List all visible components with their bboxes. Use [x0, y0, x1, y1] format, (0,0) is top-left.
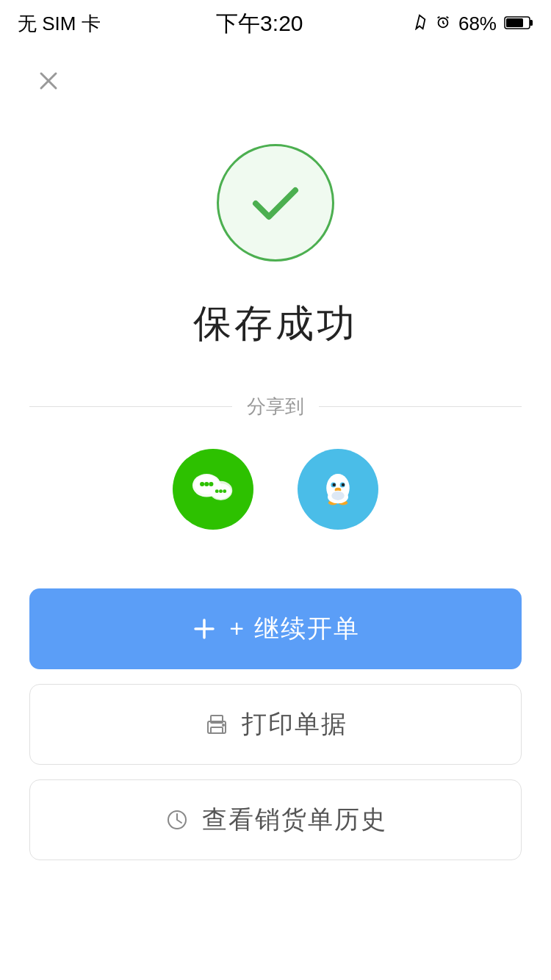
- status-left: 无 SIM 卡: [18, 11, 108, 37]
- svg-point-14: [223, 489, 226, 493]
- location-icon: [411, 12, 428, 35]
- share-icons: [173, 449, 378, 530]
- close-button[interactable]: [29, 62, 68, 100]
- svg-point-10: [209, 482, 213, 486]
- checkmark-icon: [242, 170, 309, 236]
- divider-line-left: [29, 406, 232, 407]
- continue-order-button[interactable]: + 继续开单: [29, 588, 522, 669]
- printer-icon: [204, 711, 230, 738]
- alarm-icon: [435, 12, 451, 35]
- svg-rect-4: [506, 18, 523, 27]
- plus-icon: [191, 616, 217, 642]
- history-button[interactable]: 查看销货单历史: [29, 779, 522, 860]
- wechat-share-button[interactable]: [173, 449, 253, 530]
- action-buttons: + 继续开单 打印单据 查看销货单历史: [29, 588, 522, 860]
- svg-point-9: [204, 482, 209, 486]
- close-btn-area: [0, 47, 551, 100]
- svg-rect-27: [211, 727, 223, 733]
- print-button[interactable]: 打印单据: [29, 684, 522, 765]
- svg-rect-3: [530, 20, 533, 26]
- svg-point-8: [200, 482, 204, 486]
- main-content: 保存成功 分享到: [0, 100, 551, 980]
- svg-point-12: [215, 489, 219, 493]
- svg-point-19: [342, 483, 345, 486]
- svg-point-28: [222, 724, 225, 727]
- qq-share-button[interactable]: [298, 449, 378, 530]
- svg-point-18: [333, 483, 336, 486]
- wechat-icon: [187, 464, 239, 515]
- svg-point-13: [219, 489, 223, 493]
- print-label: 打印单据: [242, 707, 347, 741]
- divider-line-right: [319, 406, 522, 407]
- svg-point-24: [331, 491, 345, 500]
- qq-icon: [312, 464, 364, 515]
- status-bar: 无 SIM 卡 下午3:20 68%: [0, 0, 551, 47]
- success-title: 保存成功: [193, 298, 358, 350]
- carrier-text: 无 SIM 卡: [18, 11, 101, 37]
- history-label: 查看销货单历史: [202, 803, 387, 837]
- share-divider: 分享到: [29, 394, 522, 419]
- share-label: 分享到: [247, 394, 304, 419]
- success-icon-circle: [217, 144, 334, 262]
- status-time: 下午3:20: [216, 9, 303, 39]
- status-right: 68%: [411, 12, 533, 35]
- battery-percentage: 68%: [458, 12, 497, 35]
- clock-icon: [164, 807, 190, 833]
- battery-icon: [504, 12, 533, 35]
- continue-order-label: + 继续开单: [229, 612, 359, 646]
